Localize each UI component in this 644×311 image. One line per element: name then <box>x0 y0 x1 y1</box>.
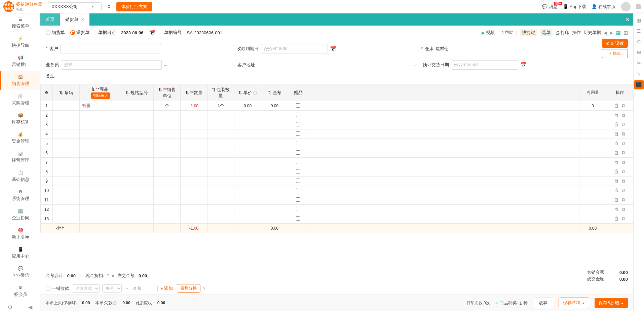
sidebar-item-app-center[interactable]: 📱 应用中心 <box>0 243 40 263</box>
toolbar-operations-btn[interactable]: 操作 <box>572 30 581 36</box>
note-input[interactable] <box>56 72 628 80</box>
question-icon-fees[interactable]: ? <box>203 286 205 291</box>
app-download-btn[interactable]: 📱 App下载 <box>563 4 586 10</box>
company-selector[interactable]: XXXXXX公司 ▼ <box>48 2 102 11</box>
grid-view-icon[interactable]: ⊞ <box>623 30 628 36</box>
tab-sales-order[interactable]: 销货单 ✕ <box>60 13 89 26</box>
one-click-payment-checkbox[interactable]: 一键收款 <box>46 285 69 291</box>
customer-input[interactable] <box>60 44 161 53</box>
toolbar-shortcut-btn[interactable]: 快捷键 <box>520 29 537 36</box>
payment-calendar-icon[interactable]: 📅 <box>330 46 336 52</box>
message-btn[interactable]: 💬 消息 99+ <box>542 4 558 10</box>
customer-address-input[interactable] <box>257 60 410 70</box>
sidebar-item-search[interactable]: ☰ 搜索菜单 <box>0 13 40 33</box>
sidebar-item-sales[interactable]: 🏠 销售管理 <box>0 71 40 90</box>
gift-checkbox[interactable] <box>296 188 300 192</box>
sidebar-item-inventory[interactable]: 📦 库存核算 <box>0 109 40 128</box>
delete-icon[interactable]: 🗑 <box>614 122 619 127</box>
calendar-icon[interactable]: 📅 <box>149 30 155 36</box>
tab-close-icon[interactable]: ✕ <box>81 17 84 22</box>
rt-btn-5[interactable]: ✏ <box>634 59 644 68</box>
salesperson-ellipsis[interactable]: ··· <box>164 63 167 68</box>
save-new-btn[interactable]: 保存&新增 ▲ <box>595 298 628 308</box>
nav-next-icon[interactable]: ▶ <box>610 30 613 35</box>
gift-checkbox[interactable] <box>296 207 300 211</box>
settings-btn[interactable]: ⊙ ⊙ 设置 <box>602 39 628 48</box>
copy-icon[interactable]: ⧉ <box>622 216 625 221</box>
copy-icon[interactable]: ⧉ <box>622 150 625 155</box>
delete-icon[interactable]: 🗑 <box>614 169 619 174</box>
sidebar-item-guide[interactable]: 🎯 新手引导 <box>0 224 40 243</box>
toolbar-help-btn[interactable]: ? 帮助 <box>501 30 513 36</box>
customer-ellipsis[interactable]: ··· <box>163 46 167 51</box>
question-icon-discount[interactable]: ? <box>107 273 109 278</box>
gift-checkbox[interactable] <box>296 150 300 155</box>
gift-checkbox[interactable] <box>296 103 300 108</box>
save-draft-btn[interactable]: 保存草稿 ▲ <box>559 298 590 308</box>
copy-icon[interactable]: ⧉ <box>622 122 625 127</box>
avatar[interactable] <box>621 2 631 11</box>
settings-icon-btn[interactable]: ⚙ <box>104 2 114 11</box>
rt-btn-6[interactable]: ☆ <box>634 69 644 79</box>
sidebar-item-enterprise[interactable]: 🏢 企业协同 <box>0 205 40 224</box>
sidebar-item-operations[interactable]: 📊 经营管理 <box>0 148 40 167</box>
account-select[interactable]: 账号 <box>102 284 122 293</box>
delete-icon[interactable]: 🗑 <box>614 216 619 221</box>
radio-sales[interactable]: 销货单 <box>46 30 65 36</box>
gift-checkbox[interactable] <box>296 216 300 221</box>
sidebar-item-purchase[interactable]: 🛒 采购管理 <box>0 90 40 109</box>
sidebar-item-marketing[interactable]: 📢 营销推广 <box>0 52 40 71</box>
logistics-btn[interactable]: + 物流 <box>602 49 628 58</box>
toolbar-video-btn[interactable]: ▶ 视频 <box>482 30 495 36</box>
gift-checkbox[interactable] <box>296 179 300 183</box>
gift-checkbox[interactable] <box>296 122 300 126</box>
shortage-info-icon[interactable]: ⓘ <box>113 301 117 306</box>
delete-icon[interactable]: 🗑 <box>614 188 619 193</box>
copy-icon[interactable]: ⧉ <box>622 103 625 108</box>
delete-icon[interactable]: 🗑 <box>614 131 619 137</box>
amount-input[interactable] <box>131 285 158 292</box>
product-kind[interactable]: ○ 商品种类: 1 种 <box>495 300 528 306</box>
copy-icon[interactable]: ⧉ <box>622 159 625 165</box>
settlement-method-select[interactable]: 结算方式 <box>72 284 100 293</box>
copy-icon[interactable]: ⧉ <box>622 169 625 174</box>
gift-checkbox[interactable] <box>296 169 300 173</box>
tab-bar-close-btn[interactable]: ✕ <box>626 16 630 23</box>
rt-btn-orange[interactable]: ⬛ <box>634 80 644 89</box>
sidebar-item-wechat[interactable]: 💬 企业微信 <box>0 263 40 282</box>
gift-checkbox[interactable] <box>296 141 300 145</box>
delivery-calendar-icon[interactable]: 📅 <box>520 62 527 68</box>
copy-icon[interactable]: ⧉ <box>622 197 625 202</box>
gift-checkbox[interactable] <box>296 131 300 136</box>
trial-btn[interactable]: 体验行业方案 <box>116 2 152 11</box>
add-btn[interactable]: ● 添加 <box>160 285 173 291</box>
price-info-icon[interactable]: ⓘ <box>253 91 257 95</box>
sidebar-collapse-btn[interactable]: ◀ <box>28 304 32 310</box>
toolbar-history-btn[interactable]: 历史单据 <box>583 30 601 36</box>
delete-icon[interactable]: 🗑 <box>614 150 619 155</box>
delete-icon[interactable]: 🗑 <box>614 197 619 202</box>
list-view-icon[interactable]: ▦ <box>616 30 621 36</box>
toolbar-print-btn[interactable]: 🖨 打印 <box>555 30 569 36</box>
ellipsis-account[interactable]: ··· <box>124 286 128 291</box>
copy-icon[interactable]: ⧉ <box>622 131 625 137</box>
rt-btn-2[interactable]: ☰ <box>634 26 644 36</box>
copy-icon[interactable]: ⧉ <box>622 188 625 193</box>
delete-icon[interactable]: 🗑 <box>614 206 619 212</box>
sidebar-item-system[interactable]: ⚙ 系统管理 <box>0 186 40 205</box>
rt-btn-1[interactable]: ▦ <box>634 15 644 25</box>
rt-btn-3[interactable]: ⊕ <box>634 37 644 46</box>
sidebar-item-finance[interactable]: 💰 资金管理 <box>0 128 40 148</box>
gift-checkbox[interactable] <box>296 197 300 202</box>
toolbar-select-btn[interactable]: 选单 <box>540 29 553 36</box>
address-ellipsis[interactable]: ··· <box>412 63 416 68</box>
radio-return[interactable]: 退货单 <box>70 30 89 36</box>
abandon-btn[interactable]: 放弃 <box>533 298 553 308</box>
expected-delivery-input[interactable]: yyyy-mm-dd <box>451 60 518 70</box>
delete-icon[interactable]: 🗑 <box>614 141 619 146</box>
copy-icon[interactable]: ⧉ <box>622 112 625 118</box>
gift-checkbox[interactable] <box>296 160 300 164</box>
online-service-btn[interactable]: 👤 在线客服 <box>592 4 616 10</box>
fees-btn[interactable]: 费用分摊 <box>177 284 200 293</box>
salesperson-input[interactable]: 选择... <box>61 60 162 70</box>
